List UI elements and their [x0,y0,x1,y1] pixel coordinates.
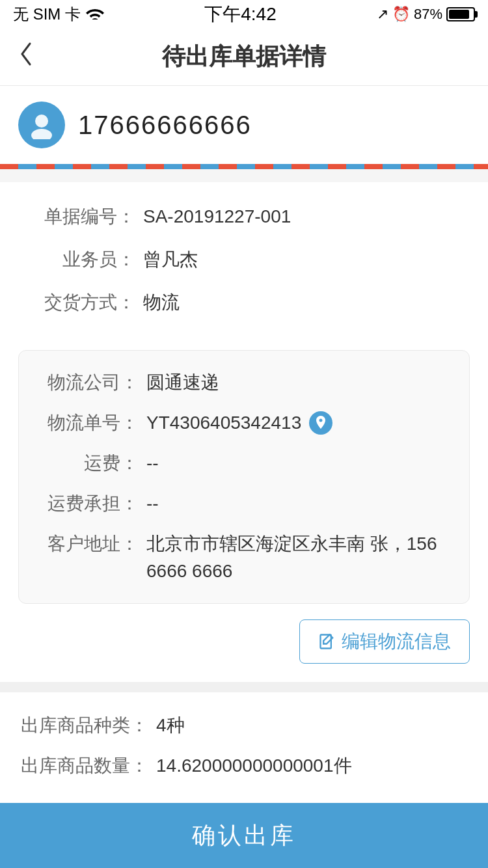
document-info-section: 单据编号： SA-20191227-001 业务员： 曾凡杰 交货方式： 物流 [0,182,488,337]
customer-header: 17666666666 [0,86,488,164]
status-right: ↗ ⏰ 87% [377,6,475,23]
status-bar: 无 SIM 卡 下午4:42 ↗ ⏰ 87% [0,0,488,29]
svg-point-0 [35,115,48,128]
tracking-label: 物流单号： [34,409,139,437]
freight-value: -- [146,450,454,477]
carrier-label: 无 SIM 卡 [13,4,81,25]
dashed-divider [0,164,488,169]
back-button[interactable] [18,41,34,73]
address-label: 客户地址： [34,530,139,558]
salesperson-value: 曾凡杰 [143,246,470,273]
svg-point-1 [31,129,52,139]
salesperson-label: 业务员： [18,246,135,273]
tracking-number: YT4306405342413 [146,409,301,437]
nav-bar: 待出库单据详情 [0,29,488,86]
goods-quantity-row: 出库商品数量： 14.620000000000001件 [18,753,470,778]
freight-bearer-label: 运费承担： [34,490,139,517]
company-row: 物流公司： 圆通速递 [34,369,454,396]
confirm-label: 确认出库 [192,820,296,852]
delivery-method-label: 交货方式： [18,289,135,316]
freight-row: 运费： -- [34,450,454,477]
company-label: 物流公司： [34,369,139,396]
edit-logistics-container: 编辑物流信息 [0,604,488,682]
status-left: 无 SIM 卡 [13,4,104,25]
company-value: 圆通速递 [146,369,454,396]
logistics-card: 物流公司： 圆通速递 物流单号： YT4306405342413 运费： -- [18,350,470,604]
goods-quantity-value: 14.620000000000001件 [156,753,352,778]
wifi-icon [86,5,104,23]
tracking-row: 物流单号： YT4306405342413 [34,409,454,437]
confirm-button[interactable]: 确认出库 [0,803,488,868]
customer-phone: 17666666666 [78,111,252,140]
alarm-icon: ⏰ [392,6,410,23]
goods-types-value: 4种 [156,713,185,738]
doc-number-row: 单据编号： SA-20191227-001 [18,203,470,230]
delivery-method-row: 交货方式： 物流 [18,289,470,316]
location-status-icon: ↗ [377,6,388,23]
avatar [18,102,65,148]
address-value: 北京市市辖区海淀区永丰南 张，156 6666 6666 [146,530,454,585]
battery-percent: 87% [414,6,442,23]
freight-bearer-value: -- [146,490,454,517]
goods-section: 出库商品种类： 4种 出库商品数量： 14.620000000000001件 [0,692,488,796]
goods-types-label: 出库商品种类： [18,713,148,738]
doc-number-value: SA-20191227-001 [143,203,470,230]
map-pin-icon[interactable] [309,411,332,435]
salesperson-row: 业务员： 曾凡杰 [18,246,470,273]
doc-number-label: 单据编号： [18,203,135,230]
edit-logistics-button[interactable]: 编辑物流信息 [299,619,470,664]
section-divider [0,682,488,692]
status-time: 下午4:42 [204,2,277,27]
delivery-method-value: 物流 [143,289,470,316]
freight-bearer-row: 运费承担： -- [34,490,454,517]
freight-label: 运费： [34,450,139,477]
page-title: 待出库单据详情 [162,41,326,73]
goods-types-row: 出库商品种类： 4种 [18,713,470,738]
edit-logistics-label: 编辑物流信息 [342,629,451,654]
address-row: 客户地址： 北京市市辖区海淀区永丰南 张，156 6666 6666 [34,530,454,585]
edit-icon [318,632,336,651]
tracking-value: YT4306405342413 [146,409,454,437]
goods-quantity-label: 出库商品数量： [18,753,148,778]
battery-icon [446,7,475,21]
